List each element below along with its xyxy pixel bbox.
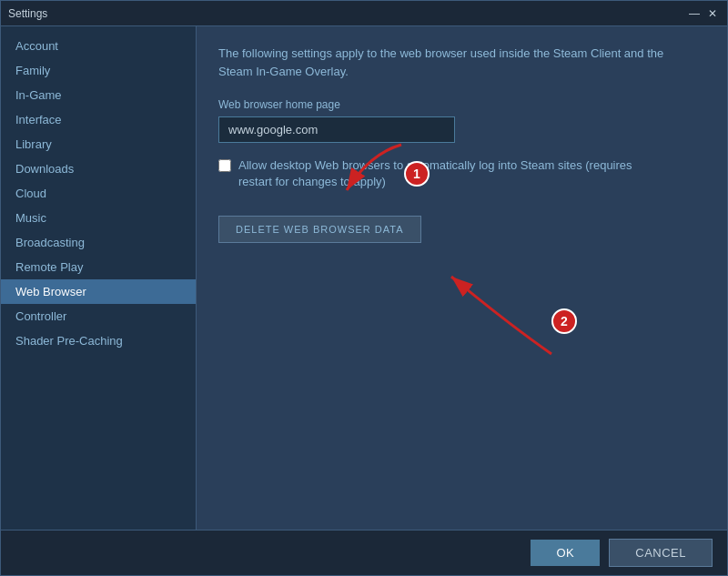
auto-login-checkbox-container[interactable]	[218, 159, 231, 175]
title-bar: Settings — ✕	[1, 1, 727, 26]
sidebar-item-controller[interactable]: Controller	[1, 304, 196, 328]
sidebar-item-in-game[interactable]: In-Game	[1, 83, 196, 107]
annotation-marker-2: 2	[551, 308, 577, 334]
sidebar-item-cloud[interactable]: Cloud	[1, 181, 196, 206]
homepage-label: Web browser home page	[218, 98, 705, 111]
sidebar-item-web-browser[interactable]: Web Browser	[1, 279, 196, 304]
window-controls: — ✕	[687, 6, 720, 21]
auto-login-label: Allow desktop Web browsers to automatica…	[238, 157, 655, 190]
auto-login-checkbox[interactable]	[218, 159, 231, 172]
sidebar-item-remote-play[interactable]: Remote Play	[1, 255, 196, 279]
checkbox-row: Allow desktop Web browsers to automatica…	[218, 157, 655, 190]
footer: OK CANCEL	[1, 530, 727, 575]
annotation-marker-1: 1	[404, 161, 430, 187]
description-text: The following settings apply to the web …	[218, 45, 692, 80]
content-area: Account Family In-Game Interface Library…	[1, 26, 727, 530]
sidebar-item-broadcasting[interactable]: Broadcasting	[1, 230, 196, 255]
sidebar-item-music[interactable]: Music	[1, 206, 196, 230]
homepage-input[interactable]	[218, 116, 455, 143]
ok-button[interactable]: OK	[531, 540, 600, 566]
sidebar-item-downloads[interactable]: Downloads	[1, 157, 196, 181]
sidebar: Account Family In-Game Interface Library…	[1, 26, 197, 530]
sidebar-item-interface[interactable]: Interface	[1, 107, 196, 132]
sidebar-item-shader-pre-caching[interactable]: Shader Pre-Caching	[1, 328, 196, 353]
close-button[interactable]: ✕	[705, 6, 720, 21]
sidebar-item-account[interactable]: Account	[1, 34, 196, 58]
sidebar-item-library[interactable]: Library	[1, 132, 196, 157]
window-title: Settings	[8, 7, 47, 20]
cancel-button[interactable]: CANCEL	[609, 539, 713, 567]
settings-window: Settings — ✕ Account Family In-Game Inte…	[0, 0, 728, 576]
main-panel: The following settings apply to the web …	[197, 26, 727, 530]
sidebar-item-family[interactable]: Family	[1, 58, 196, 83]
minimize-button[interactable]: —	[687, 6, 702, 21]
delete-web-browser-data-button[interactable]: DELETE WEB BROWSER DATA	[218, 216, 421, 243]
